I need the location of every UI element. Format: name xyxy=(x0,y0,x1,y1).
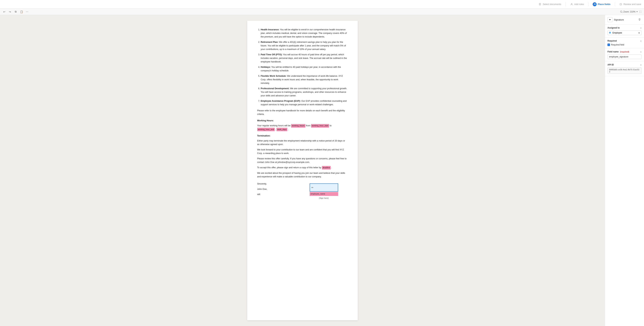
employee-name-field[interactable]: employee_name xyxy=(310,192,338,196)
nav-step-select-documents[interactable]: Select documents xyxy=(538,3,561,6)
signature-card-left: ✒ Signature xyxy=(608,17,624,22)
nav-place-fields-label: Place fields xyxy=(598,3,610,6)
right-panel: ✒ Signature Assigned to ∧ Employee ∨ xyxy=(605,15,644,326)
excited-text: We are excited about the prospect of hav… xyxy=(257,171,348,178)
assigned-to-select[interactable]: Employee ∨ xyxy=(608,31,642,35)
benefit-6-title: Professional Development: xyxy=(261,87,290,90)
nav-divider-1 xyxy=(566,3,566,6)
zoom-label: Zoom: 210% xyxy=(623,11,636,13)
assigned-to-section: Assigned to ∧ Employee ∨ xyxy=(605,25,644,38)
svg-point-4 xyxy=(571,4,572,4)
assigned-value-row: Employee xyxy=(609,32,622,34)
benefit-item-3: Paid Time Off (PTO): You will accrue 40 … xyxy=(261,53,348,64)
termination-title: Termination: xyxy=(257,134,348,138)
main-area: Health Insurance: You will be eligible t… xyxy=(0,15,644,326)
assigned-to-header[interactable]: Assigned to ∧ xyxy=(608,27,642,29)
required-header[interactable]: Required ∧ xyxy=(608,40,642,42)
signature-field-box[interactable]: ✏ xyxy=(310,183,338,192)
nav-divider-2 xyxy=(588,3,588,6)
termination-text-3: Please review this offer carefully. If y… xyxy=(257,157,348,164)
document-page: Health Insurance: You will be eligible t… xyxy=(247,21,358,320)
benefit-item-4: Holidays: You will be entitled to 40 pai… xyxy=(261,65,348,73)
signature-card: ✒ Signature xyxy=(605,15,644,25)
top-nav: Select documents Add roles JD Place fiel… xyxy=(0,0,644,9)
benefit-5-title: Flexible Work Schedule: xyxy=(261,75,286,77)
clock-icon xyxy=(619,3,622,6)
required-title: Required xyxy=(608,40,617,42)
field-name-chevron-icon: ∧ xyxy=(640,51,642,53)
nav-add-roles-label: Add roles xyxy=(574,3,584,6)
benefit-item-7: Employee Assistance Program (EAP): Our E… xyxy=(261,99,348,106)
field-name-section: Field name (required) ∧ xyxy=(605,48,644,61)
assigned-dot-icon xyxy=(609,32,611,34)
api-id-header[interactable]: API ID ∧ xyxy=(608,64,642,66)
working-hour-start-field[interactable]: working_hour_start xyxy=(311,124,329,128)
field-name-header[interactable]: Field name (required) ∧ xyxy=(608,51,642,53)
signature-field-icon: ✒ xyxy=(608,17,612,22)
field-name-required-indicator: (required) xyxy=(620,51,629,53)
benefit-item-5: Flexible Work Schedule: We understand th… xyxy=(261,74,348,85)
field-name-title: Field name (required) xyxy=(608,51,629,53)
assigned-select-chevron: ∨ xyxy=(638,32,640,34)
benefit-item-1: Health Insurance: You will be eligible t… xyxy=(261,28,348,39)
signature-section: Sincerely, John Doe, HR ✏ employee_name … xyxy=(257,182,348,200)
api-id-title: API ID xyxy=(608,64,614,66)
benefit-item-6: Professional Development: We are committ… xyxy=(261,87,348,97)
required-field-label: Required field xyxy=(611,44,624,46)
handbook-ref: Please refer to the employee handbook fo… xyxy=(257,109,348,116)
delete-field-button[interactable] xyxy=(638,18,642,22)
toolbar: ↩ ↪ ⧉ 📋 ⋯ Zoom: 210% ▼ ⛶ xyxy=(0,9,644,15)
api-id-value: 66f85db5-ce36-4ea1-8b70-31ac533 xyxy=(608,68,642,74)
working-hours-field[interactable]: working_hours xyxy=(291,124,305,128)
nav-step-add-roles[interactable]: Add roles xyxy=(570,3,584,6)
field-name-input[interactable] xyxy=(608,55,642,59)
termination-text-1: Either party may terminate the employmen… xyxy=(257,139,348,146)
api-id-chevron-icon: ∧ xyxy=(640,64,642,66)
accept-text: To accept this offer, please sign and re… xyxy=(257,166,348,170)
place-fields-avatar: JD xyxy=(593,2,596,6)
nav-divider-3 xyxy=(615,3,615,6)
nav-step-place-fields[interactable]: JD Place fields xyxy=(593,2,610,6)
benefit-2-title: Retirement Plan: xyxy=(261,41,278,43)
assigned-chevron-icon: ∧ xyxy=(640,27,642,29)
sign-here-label: (Sign here) xyxy=(310,197,338,200)
required-row: ✓ Required field xyxy=(608,44,642,46)
benefit-1-title: Health Insurance: xyxy=(261,28,280,31)
more-button[interactable]: ⋯ xyxy=(25,10,29,14)
nav-review-save-label: Review and save xyxy=(624,3,641,6)
person-icon xyxy=(570,3,573,6)
document-icon xyxy=(538,3,542,6)
sender-name: John Doe, xyxy=(257,187,295,191)
required-checkbox[interactable]: ✓ xyxy=(608,44,610,46)
sender-info: Sincerely, John Doe, HR xyxy=(257,182,295,200)
benefit-7-title: Employee Assistance Program (EAP): xyxy=(261,100,301,102)
sincerely-text: Sincerely, xyxy=(257,182,295,186)
nav-select-documents-label: Select documents xyxy=(543,3,561,6)
required-chevron-icon: ∧ xyxy=(640,40,642,42)
benefits-list: Health Insurance: You will be eligible t… xyxy=(257,28,348,106)
required-section: Required ∧ ✓ Required field xyxy=(605,38,644,48)
benefit-item-2: Retirement Plan: We offer a 401(k) retir… xyxy=(261,40,348,51)
zoom-control: Zoom: 210% ▼ ⛶ xyxy=(620,10,642,14)
zoom-fit-button[interactable]: ⛶ xyxy=(639,10,642,14)
deadline-field[interactable]: deadline xyxy=(322,166,331,170)
api-id-section: API ID ∧ 66f85db5-ce36-4ea1-8b70-31ac533 xyxy=(605,61,644,76)
svg-point-8 xyxy=(620,11,622,12)
working-hour-end-field[interactable]: working_hour_end xyxy=(257,128,275,131)
nav-step-review-save[interactable]: Review and save xyxy=(619,3,641,6)
assigned-to-value: Employee xyxy=(612,32,622,34)
working-hours-title: Working Hours: xyxy=(257,119,348,122)
pen-icon: ✏ xyxy=(312,186,314,189)
work-days-field[interactable]: work_days xyxy=(276,128,287,131)
termination-text-2: We look forward to your contribution to … xyxy=(257,148,348,155)
document-area[interactable]: Health Insurance: You will be eligible t… xyxy=(0,15,605,326)
copy-button[interactable]: ⧉ xyxy=(14,10,18,14)
redo-button[interactable]: ↪ xyxy=(8,10,12,14)
working-hours-paragraph: Your regular working hours will be worki… xyxy=(257,124,348,131)
employee-signature-area: ✏ employee_name (Sign here) xyxy=(310,182,348,200)
paste-button[interactable]: 📋 xyxy=(19,10,24,14)
undo-button[interactable]: ↩ xyxy=(2,10,6,14)
benefit-4-title: Holidays: xyxy=(261,66,271,68)
svg-line-9 xyxy=(622,12,622,13)
benefit-4-text: You will be entitled to 40 paid holidays… xyxy=(261,66,341,72)
